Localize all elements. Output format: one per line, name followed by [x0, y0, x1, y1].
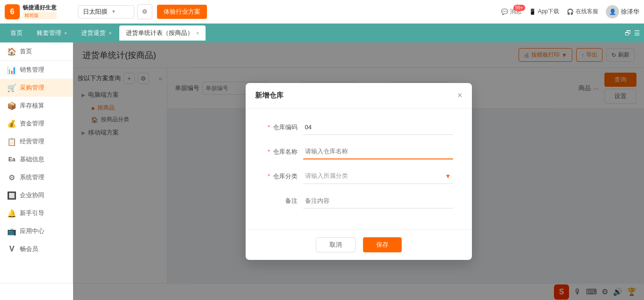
sidebar-label-enterprise: 企业协同	[20, 191, 44, 200]
category-label: * 仓库分类	[264, 172, 297, 181]
form-row-name: * 仓库名称	[264, 144, 453, 159]
sidebar-item-sales[interactable]: 📊 销售管理	[0, 61, 73, 79]
app-download-button[interactable]: 📱 App下载	[529, 8, 559, 16]
online-service-label: 在线客服	[576, 8, 598, 16]
tab-purchase-return-close[interactable]: ×	[108, 30, 111, 36]
tab-purchase-return[interactable]: 进货退货 ×	[74, 25, 118, 41]
modal-close-button[interactable]: ×	[457, 91, 462, 100]
tab-purchase-stats-close[interactable]: ×	[196, 30, 199, 36]
enterprise-icon: 🔲	[8, 191, 16, 200]
message-button[interactable]: 💬 消息 99+	[501, 8, 521, 16]
sidebar-item-inventory[interactable]: 📦 库存核算	[0, 97, 73, 115]
sidebar-item-basic-info[interactable]: Ea 基础信息	[0, 150, 73, 168]
cancel-button[interactable]: 取消	[316, 237, 355, 252]
message-icon: 💬	[501, 8, 508, 15]
category-select[interactable]: 请输入所属分类 ▼	[303, 169, 453, 184]
sidebar-item-purchase[interactable]: 🛒 采购管理	[0, 79, 73, 97]
sidebar-label-guide: 新手引导	[20, 209, 44, 217]
inventory-icon: 📦	[8, 101, 16, 110]
save-button[interactable]: 保存	[363, 237, 402, 252]
user-info[interactable]: 👤 徐泽华	[606, 5, 639, 18]
required-star-category: *	[268, 173, 270, 180]
sidebar: 🏠 首页 📊 销售管理 🛒 采购管理 📦 库存核算 💰 资金管理 📋 经营管理 …	[0, 42, 73, 300]
remark-label: 备注	[264, 197, 297, 205]
required-star-name: *	[268, 148, 270, 155]
tab-purchase-stats[interactable]: 进货单统计表（按商品） ×	[119, 25, 206, 41]
modal-body: * 仓库编码 * 仓库名称	[246, 108, 472, 229]
sidebar-label-member: 畅会员	[20, 245, 38, 253]
headset-icon: 🎧	[567, 8, 574, 15]
form-row-code: * 仓库编码	[264, 120, 453, 135]
sidebar-label-sales: 销售管理	[20, 66, 44, 74]
tab-accounts-label: 账套管理	[37, 29, 61, 37]
warehouse-name-input[interactable]	[303, 144, 453, 159]
online-service-button[interactable]: 🎧 在线客服	[567, 8, 598, 16]
logo-area: 6 畅捷通好生意 精简版	[5, 4, 78, 19]
purchase-icon: 🛒	[8, 83, 16, 92]
user-name: 徐泽华	[621, 8, 639, 16]
guide-icon: 🔔	[8, 209, 16, 217]
modal-header: 新增仓库 ×	[246, 83, 472, 108]
sidebar-label-purchase: 采购管理	[20, 83, 44, 92]
tab-accounts[interactable]: 账套管理 ×	[30, 25, 74, 41]
sidebar-label-finance: 资金管理	[20, 119, 44, 128]
sidebar-label-operations: 经营管理	[20, 137, 44, 146]
settings-button[interactable]: ⚙	[137, 4, 152, 19]
tab-restore-button[interactable]: 🗗	[625, 29, 631, 37]
tab-purchase-stats-label: 进货单统计表（按商品）	[126, 29, 193, 37]
modal-overlay: 新增仓库 × * 仓库编码 *	[73, 42, 644, 300]
tab-home-label: 首页	[10, 29, 23, 37]
basic-info-icon: Ea	[8, 155, 16, 164]
notification-badge: 99+	[513, 5, 525, 11]
new-warehouse-modal: 新增仓库 × * 仓库编码 *	[246, 83, 472, 260]
store-dropdown-arrow: ▼	[111, 9, 116, 14]
sidebar-label-home: 首页	[20, 47, 32, 56]
avatar: 👤	[606, 5, 619, 18]
sidebar-label-basic-info: 基础信息	[20, 155, 44, 164]
tab-accounts-close[interactable]: ×	[64, 30, 67, 36]
app-center-icon: 📺	[8, 227, 16, 235]
sidebar-item-enterprise[interactable]: 🔲 企业协同	[0, 186, 73, 204]
operations-icon: 📋	[8, 137, 16, 146]
sidebar-item-home[interactable]: 🏠 首页	[0, 42, 73, 60]
phone-icon: 📱	[529, 8, 536, 15]
required-star-code: *	[268, 124, 270, 131]
sidebar-item-operations[interactable]: 📋 经营管理	[0, 133, 73, 150]
name-label: * 仓库名称	[264, 148, 297, 156]
form-row-remark: 备注	[264, 193, 453, 208]
sidebar-item-finance[interactable]: 💰 资金管理	[0, 115, 73, 133]
warehouse-code-input[interactable]	[303, 120, 453, 135]
tab-home[interactable]: 首页	[4, 25, 29, 41]
store-selector[interactable]: 日太阳膜 ▼	[78, 5, 134, 18]
tab-menu-button[interactable]: ☰	[634, 29, 640, 37]
member-icon: V	[8, 245, 16, 253]
home-icon: 🏠	[8, 47, 16, 56]
gear-icon: ⚙	[142, 8, 148, 15]
modal-footer: 取消 保存	[246, 229, 472, 260]
remark-input[interactable]	[303, 193, 453, 208]
form-row-category: * 仓库分类 请输入所属分类 ▼	[264, 169, 453, 184]
sidebar-item-member[interactable]: V 畅会员	[0, 240, 73, 258]
app-download-label: App下载	[538, 8, 559, 16]
sidebar-label-system: 系统管理	[20, 173, 44, 182]
sidebar-label-app-center: 应用中心	[20, 227, 44, 235]
tab-purchase-return-label: 进货退货	[81, 29, 106, 37]
system-icon: ⚙	[8, 173, 16, 182]
main-layout: 🏠 首页 📊 销售管理 🛒 采购管理 📦 库存核算 💰 资金管理 📋 经营管理 …	[0, 42, 644, 300]
tab-bar: 首页 账套管理 × 进货退货 × 进货单统计表（按商品） × 🗗 ☰	[0, 24, 644, 42]
finance-icon: 💰	[8, 119, 16, 128]
sidebar-item-guide[interactable]: 🔔 新手引导	[0, 204, 73, 222]
header-right: 💬 消息 99+ 📱 App下载 🎧 在线客服 👤 徐泽华	[501, 5, 639, 18]
sidebar-label-inventory: 库存核算	[20, 101, 44, 110]
logo-text: 畅捷通好生意 精简版	[23, 4, 57, 19]
code-label: * 仓库编码	[264, 123, 297, 132]
sidebar-item-app-center[interactable]: 📺 应用中心	[0, 222, 73, 240]
top-header: 6 畅捷通好生意 精简版 日太阳膜 ▼ ⚙ 体验行业方案 💬 消息 99+ 📱 …	[0, 0, 644, 24]
content-area: 进货单统计(按商品) 🖨 按模板打印 ▼ ↑ 导出 ↻ 刷新	[73, 42, 644, 300]
modal-title: 新增仓库	[255, 91, 283, 100]
category-dropdown-arrow: ▼	[445, 173, 451, 180]
sidebar-item-system[interactable]: ⚙ 系统管理	[0, 168, 73, 186]
tab-controls: 🗗 ☰	[625, 29, 640, 37]
store-name: 日太阳膜	[83, 8, 107, 16]
trial-button[interactable]: 体验行业方案	[157, 5, 207, 19]
